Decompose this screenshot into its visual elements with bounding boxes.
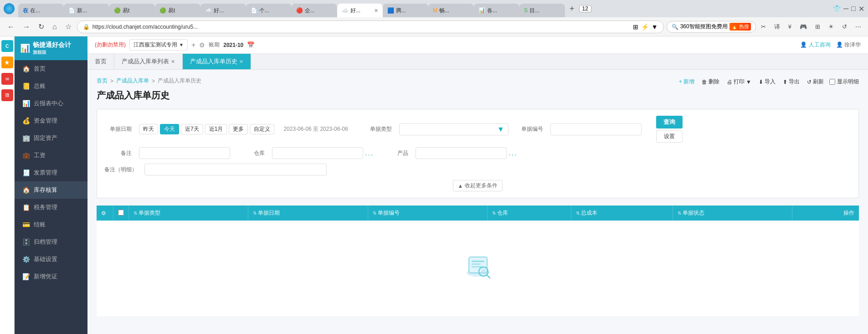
col-total[interactable]: ⇅ 总成本	[571, 206, 673, 221]
col-check[interactable]	[113, 206, 128, 221]
browser-tab-5[interactable]: ☁️ 好...	[200, 4, 246, 17]
tab-list-close[interactable]: ✕	[171, 59, 175, 65]
browser-tab-12[interactable]: S 目...	[519, 4, 565, 17]
breadcrumb-home[interactable]: 首页	[97, 77, 108, 85]
col-warehouse[interactable]: ⇅ 仓库	[488, 206, 571, 221]
tab-history[interactable]: 产成品入库单历史 ✕	[183, 54, 251, 69]
export-button[interactable]: ⬆ 导出	[781, 77, 801, 87]
new-tab-button[interactable]: +	[565, 4, 579, 14]
shirt-icon[interactable]: 👕	[833, 5, 841, 13]
dropdown-btn[interactable]: ▼	[652, 23, 658, 31]
company-select[interactable]: 江西服宝测试专用 ▼	[129, 39, 188, 51]
browser-tab-1[interactable]: 在 在...	[18, 4, 64, 17]
sidebar-item-fixed-asset[interactable]: 🏢 固定资产	[15, 129, 87, 147]
tab-history-close[interactable]: ✕	[239, 59, 243, 65]
import-button[interactable]: ⬇ 导入	[757, 77, 777, 87]
app-icon-chanjet[interactable]: C	[1, 40, 13, 52]
currency-icon[interactable]: ¥	[786, 22, 794, 31]
sidebar-item-invoice[interactable]: 🧾 发票管理	[15, 164, 87, 181]
refresh-button[interactable]: ↻	[36, 21, 47, 33]
breadcrumb-parent[interactable]: 产成品入库单	[116, 77, 149, 85]
col-date[interactable]: ⇅ 单据日期	[248, 206, 368, 221]
delete-button[interactable]: 🗑 删除	[700, 77, 721, 87]
close-button[interactable]: ✕	[858, 5, 864, 13]
translate-icon[interactable]: 译	[772, 21, 782, 32]
address-bar[interactable]: 🔒 https://cloud.chanjet.com/accounting/u…	[77, 21, 664, 33]
browser-tab-6[interactable]: 📄 个...	[246, 4, 292, 17]
product-filter-select[interactable]: ...	[416, 147, 517, 159]
show-columns-input[interactable]	[829, 79, 835, 85]
calendar-icon[interactable]: 📅	[247, 41, 255, 48]
date-btn-1month[interactable]: 近1月	[205, 124, 227, 134]
app-icon-star[interactable]: ★	[1, 57, 13, 68]
browser-tab-4[interactable]: 🟢 易t	[155, 4, 200, 17]
home-nav-button[interactable]: ⌂	[50, 21, 60, 33]
sidebar-item-cloud-report[interactable]: 📊 云报表中心	[15, 95, 87, 112]
tab-home[interactable]: 首页	[87, 54, 114, 69]
sidebar-item-ledger[interactable]: 📒 总账	[15, 77, 87, 95]
warehouse-dots-icon[interactable]: ...	[365, 149, 374, 157]
col-no[interactable]: ⇅ 单据编号	[368, 206, 488, 221]
customer-service-link[interactable]: 👤 人工咨询	[800, 41, 830, 49]
settings-query-button[interactable]: 设置	[656, 130, 683, 143]
add-button[interactable]: + 新增	[677, 77, 696, 87]
date-btn-custom[interactable]: 自定义	[250, 124, 274, 134]
col-gear[interactable]: ⚙	[97, 206, 113, 221]
refresh-toolbar-button[interactable]: ↺ 刷新	[805, 77, 826, 87]
browser-tab-10[interactable]: M 畅...	[428, 4, 474, 17]
warehouse-filter-select[interactable]: ...	[272, 147, 374, 159]
grid-icon[interactable]: ⊞	[813, 22, 822, 31]
user-avatar[interactable]: 👤 徐泽华	[836, 41, 861, 49]
lightning-btn[interactable]: ⚡	[641, 23, 649, 31]
date-btn-today[interactable]: 今天	[160, 124, 179, 134]
sidebar-item-tax[interactable]: 📋 税务管理	[15, 199, 87, 216]
settings-gear-button[interactable]: ⚙	[199, 41, 205, 49]
scissors-icon[interactable]: ✂	[759, 22, 768, 31]
show-columns-checkbox[interactable]: 显示明细	[829, 78, 859, 86]
sidebar-item-new-voucher[interactable]: 📝 新增凭证	[15, 268, 87, 285]
browser-tab-11[interactable]: 📊 各...	[474, 4, 519, 17]
note-filter-input[interactable]	[139, 147, 230, 159]
product-dots-icon[interactable]: ...	[508, 149, 517, 157]
minimize-button[interactable]: ─	[843, 5, 848, 13]
sidebar-item-home[interactable]: 🏠 首页	[15, 60, 87, 77]
sidebar-item-checkout[interactable]: 💳 结账	[15, 216, 87, 233]
collapse-button[interactable]: ▲ 收起更多条件	[453, 180, 503, 191]
warehouse-filter-input[interactable]	[272, 147, 363, 159]
maximize-button[interactable]: □	[851, 5, 856, 13]
detail-note-input[interactable]	[144, 164, 327, 175]
bookmark-button[interactable]: ☆	[62, 21, 74, 33]
gamepad-icon[interactable]: 🎮	[797, 22, 809, 31]
extension-btn[interactable]: ⊞	[633, 23, 638, 31]
sidebar-item-salary[interactable]: 💼 工资	[15, 147, 87, 164]
select-all-checkbox[interactable]	[118, 210, 124, 216]
app-icon-weibo[interactable]: 微	[1, 89, 13, 101]
browser-tab-2[interactable]: 📄 新...	[64, 4, 109, 17]
sidebar-item-inventory[interactable]: 🏠 库存核算	[15, 181, 87, 199]
query-button[interactable]: 查询	[656, 116, 683, 128]
tab-list[interactable]: 产成品入库单列表 ✕	[114, 54, 183, 69]
browser-tab-7[interactable]: 🔴 企...	[292, 4, 337, 17]
print-button[interactable]: 🖨 打印 ▼	[725, 77, 753, 87]
browser-tab-3[interactable]: 🟢 易t	[109, 4, 155, 17]
app-icon-email[interactable]: ✉	[1, 73, 13, 85]
back-button[interactable]: ←	[5, 21, 17, 33]
date-btn-7days[interactable]: 近7天	[181, 124, 203, 134]
add-company-button[interactable]: +	[191, 41, 195, 49]
sidebar-item-archive[interactable]: 🗄️ 归档管理	[15, 233, 87, 251]
col-status[interactable]: ⇅ 单据状态	[673, 206, 792, 221]
date-btn-more[interactable]: 更多	[229, 124, 248, 134]
browser-tab-8[interactable]: ☁️ 好... ✕	[337, 4, 383, 17]
type-filter-select[interactable]: ▼	[399, 123, 508, 135]
settings-nav-icon[interactable]: ⋯	[853, 22, 863, 31]
no-filter-input[interactable]	[550, 123, 642, 135]
date-btn-yesterday[interactable]: 昨天	[139, 124, 158, 134]
tab-close-8[interactable]: ✕	[374, 8, 378, 14]
sidebar-item-fund[interactable]: 💰 资金管理	[15, 112, 87, 129]
col-type[interactable]: ⇅ 单据类型	[128, 206, 248, 221]
brightness-icon[interactable]: ☀	[826, 22, 836, 31]
product-filter-input[interactable]	[416, 147, 507, 159]
browser-tab-9[interactable]: 🟦 腾...	[383, 4, 428, 17]
forward-button[interactable]: →	[20, 21, 33, 33]
sidebar-item-settings[interactable]: ⚙️ 基础设置	[15, 251, 87, 268]
